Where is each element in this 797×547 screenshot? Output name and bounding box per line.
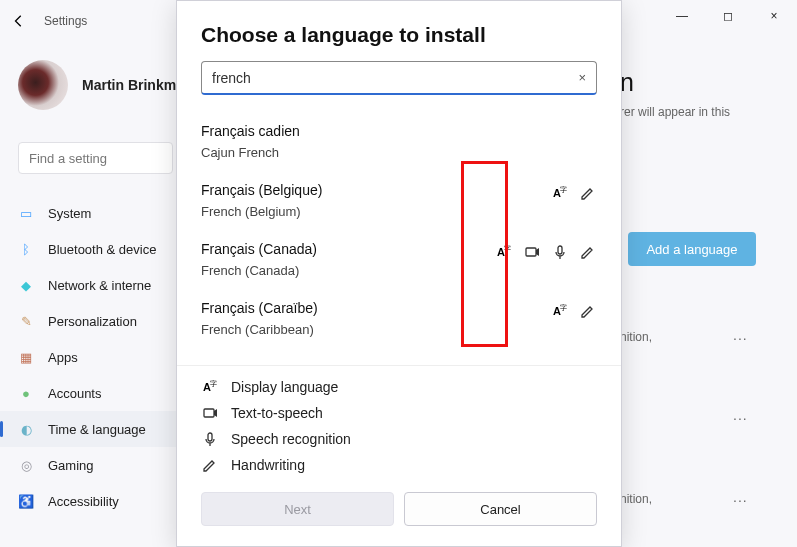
language-english-name: Cajun French [201, 145, 300, 160]
sidebar-item-label: System [48, 206, 91, 221]
panel-desc-tail: rer will appear in this [620, 105, 780, 119]
card-tail-3: nition, [620, 492, 652, 506]
sidebar-item-label: Apps [48, 350, 78, 365]
wifi-icon: ◆ [18, 277, 34, 293]
clear-search-icon[interactable]: × [578, 70, 586, 85]
legend-display: Display language [201, 378, 383, 396]
sidebar-item-label: Gaming [48, 458, 94, 473]
sidebar-item-label: Network & interne [48, 278, 151, 293]
back-icon[interactable] [12, 14, 26, 28]
cancel-button[interactable]: Cancel [404, 492, 597, 526]
language-option[interactable]: Français (Canada) French (Canada) [201, 231, 597, 290]
legend-handwriting: Handwriting [201, 456, 383, 474]
sidebar-item-label: Accounts [48, 386, 101, 401]
text-to-speech-icon [201, 404, 219, 422]
handwriting-icon [201, 456, 219, 474]
card-more-2[interactable]: ··· [733, 410, 753, 430]
language-native-name: Français (Canada) [201, 241, 317, 257]
sidebar-item-personalization[interactable]: ✎Personalization [0, 303, 180, 339]
sidebar-item-label: Time & language [48, 422, 146, 437]
monitor-icon: ▭ [18, 205, 34, 221]
bluetooth-icon: ᛒ [18, 241, 34, 257]
window-close-button[interactable]: × [751, 0, 797, 32]
sidebar-item-network[interactable]: ◆Network & interne [0, 267, 180, 303]
display-language-icon [551, 302, 569, 320]
find-setting-placeholder: Find a setting [29, 151, 107, 166]
sidebar-item-label: Personalization [48, 314, 137, 329]
sidebar-item-system[interactable]: ▭System [0, 195, 180, 231]
card-more-1[interactable]: ··· [733, 330, 753, 350]
language-search-field[interactable] [212, 70, 578, 86]
sidebar-item-label: Accessibility [48, 494, 119, 509]
window-minimize-button[interactable]: — [659, 0, 705, 32]
sidebar-item-apps[interactable]: ▦Apps [0, 339, 180, 375]
page-title-tail: n [620, 68, 634, 97]
user-name: Martin Brinkm [82, 77, 176, 93]
sidebar-item-accounts[interactable]: ●Accounts [0, 375, 180, 411]
speech-recognition-icon [201, 430, 219, 448]
globe-icon: ◐ [18, 421, 34, 437]
next-button[interactable]: Next [201, 492, 394, 526]
language-english-name: French (Belgium) [201, 204, 322, 219]
card-more-3[interactable]: ··· [733, 492, 753, 512]
sidebar-item-accessibility[interactable]: ♿Accessibility [0, 483, 180, 519]
brush-icon: ✎ [18, 313, 34, 329]
language-feature-icons [495, 241, 597, 261]
person-icon: ● [18, 385, 34, 401]
gamepad-icon: ◎ [18, 457, 34, 473]
window-maximize-button[interactable]: ◻ [705, 0, 751, 32]
language-feature-icons [551, 182, 597, 202]
sidebar: ▭SystemᛒBluetooth & device◆Network & int… [0, 195, 180, 519]
app-title: Settings [44, 14, 87, 28]
text-to-speech-icon [523, 243, 541, 261]
language-search-input[interactable]: × [201, 61, 597, 95]
display-language-icon [495, 243, 513, 261]
language-native-name: Français cadien [201, 123, 300, 139]
language-english-name: French (Canada) [201, 263, 317, 278]
language-install-dialog: Choose a language to install × Français … [176, 0, 622, 547]
language-results-list: Français cadien Cajun French Français (B… [177, 103, 621, 365]
legend-tts: Text-to-speech [201, 404, 383, 422]
language-option[interactable]: Français (Belgique) French (Belgium) [201, 172, 597, 231]
language-option[interactable]: Français cadien Cajun French [201, 113, 597, 172]
handwriting-icon [579, 243, 597, 261]
display-language-icon [551, 184, 569, 202]
card-tail-1: nition, [620, 330, 652, 344]
apps-icon: ▦ [18, 349, 34, 365]
language-option[interactable]: Français (Caraïbe) French (Caribbean) [201, 290, 597, 349]
accessibility-icon: ♿ [18, 493, 34, 509]
language-english-name: French (Caribbean) [201, 322, 318, 337]
language-native-name: Français (Caraïbe) [201, 300, 318, 316]
avatar[interactable] [18, 60, 68, 110]
feature-legend: Display language Text-to-speech Speech r… [177, 365, 621, 478]
sidebar-item-label: Bluetooth & device [48, 242, 156, 257]
sidebar-item-bluetooth[interactable]: ᛒBluetooth & device [0, 231, 180, 267]
find-setting-input[interactable]: Find a setting [18, 142, 173, 174]
handwriting-icon [579, 184, 597, 202]
language-native-name: Français (Belgique) [201, 182, 322, 198]
handwriting-icon [579, 302, 597, 320]
sidebar-item-gaming[interactable]: ◎Gaming [0, 447, 180, 483]
add-language-button[interactable]: Add a language [628, 232, 756, 266]
legend-speech: Speech recognition [201, 430, 383, 448]
speech-recognition-icon [551, 243, 569, 261]
display-language-icon [201, 378, 219, 396]
sidebar-item-time[interactable]: ◐Time & language [0, 411, 180, 447]
language-feature-icons [551, 300, 597, 320]
dialog-title: Choose a language to install [177, 1, 621, 61]
